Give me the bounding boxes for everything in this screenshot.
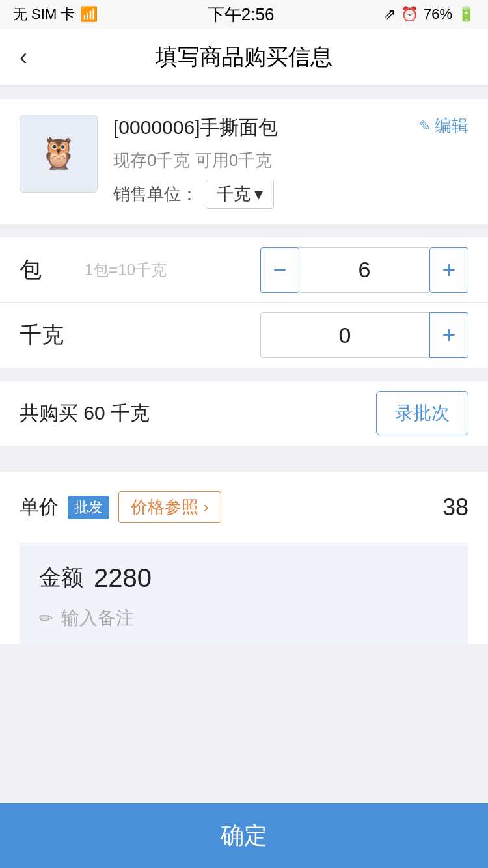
amount-value: 2280 [94, 563, 152, 593]
edit-button[interactable]: ✎ 编辑 [419, 115, 468, 137]
back-button[interactable]: ‹ [20, 44, 27, 71]
edit-label: 编辑 [435, 115, 468, 137]
product-stock: 现存0千克 可用0千克 [113, 149, 468, 172]
separator-1 [0, 224, 488, 237]
chevron-down-icon: ▾ [254, 184, 263, 204]
price-label-group: 单价 批发 价格参照 › [20, 491, 221, 523]
product-card: 🦉 [0000006]手撕面包 现存0千克 可用0千克 销售单位： 千克 ▾ ✎… [0, 99, 488, 224]
package-qty-control: − + [260, 247, 468, 293]
package-label: 包 [20, 255, 72, 285]
alarm-icon: ⏰ [401, 6, 418, 23]
price-row: 单价 批发 价格参照 › 38 [20, 491, 468, 543]
package-row: 包 1包=10千克 − + [0, 237, 488, 303]
kg-row: 千克 + [0, 303, 488, 368]
page-title: 填写商品购买信息 [156, 42, 332, 72]
unit-select[interactable]: 千克 ▾ [206, 180, 274, 209]
amount-row: 金额 2280 [39, 563, 449, 593]
price-ref-button[interactable]: 价格参照 › [118, 491, 221, 523]
status-right: ⇗ ⏰ 76% 🔋 [384, 6, 475, 23]
status-carrier: 无 SIM 卡 📶 [13, 5, 98, 24]
remark-placeholder: 输入备注 [61, 606, 134, 631]
product-unit-row: 销售单位： 千克 ▾ [113, 180, 468, 209]
package-plus-button[interactable]: + [429, 247, 468, 293]
kg-label: 千克 [20, 320, 72, 350]
input-section: 包 1包=10千克 − + 千克 + [0, 237, 488, 368]
wifi-icon: 📶 [80, 6, 98, 23]
product-name: [0000006]手撕面包 [113, 115, 468, 141]
unit-value: 千克 [217, 183, 251, 206]
product-thumbnail: 🦉 [20, 115, 98, 193]
unit-label: 销售单位： [113, 183, 198, 206]
location-icon: ⇗ [384, 6, 396, 23]
total-text: 共购买 60 千克 [20, 400, 150, 427]
confirm-button[interactable]: 确定 [0, 803, 488, 868]
status-bar: 无 SIM 卡 📶 下午2:56 ⇗ ⏰ 76% 🔋 [0, 0, 488, 29]
wholesale-badge: 批发 [68, 496, 109, 519]
price-value: 38 [442, 494, 468, 521]
amount-section: 金额 2280 ✏ 输入备注 [20, 543, 468, 644]
kg-qty-input[interactable] [260, 312, 429, 358]
package-qty-input[interactable] [299, 247, 429, 293]
product-logo-icon: 🦉 [39, 135, 78, 172]
kg-plus-button[interactable]: + [429, 312, 468, 358]
battery-icon: 🔋 [457, 6, 475, 23]
price-section: 单价 批发 价格参照 › 38 金额 2280 ✏ 输入备注 [0, 472, 488, 644]
remark-row[interactable]: ✏ 输入备注 [39, 606, 449, 631]
record-batch-button[interactable]: 录批次 [376, 391, 468, 435]
price-label: 单价 [20, 494, 59, 521]
package-hint: 1包=10千克 [85, 260, 247, 280]
product-info: [0000006]手撕面包 现存0千克 可用0千克 销售单位： 千克 ▾ [113, 115, 468, 209]
nav-bar: ‹ 填写商品购买信息 [0, 29, 488, 86]
separator-2 [0, 446, 488, 459]
amount-label: 金额 [39, 563, 83, 593]
kg-qty-control: + [260, 312, 468, 358]
total-section: 共购买 60 千克 录批次 [0, 381, 488, 446]
status-time: 下午2:56 [208, 3, 275, 26]
package-minus-button[interactable]: − [260, 247, 299, 293]
edit-icon: ✎ [419, 118, 431, 135]
pencil-icon: ✏ [39, 608, 53, 629]
battery-level: 76% [424, 6, 452, 23]
